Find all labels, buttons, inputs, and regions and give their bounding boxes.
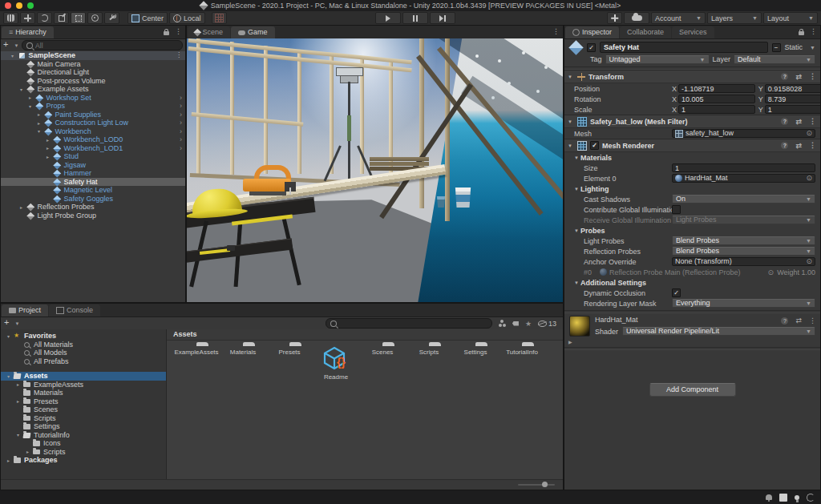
hierarchy-item[interactable]: SampleScene ⋮: [1, 51, 185, 60]
hidden-packages-toggle[interactable]: 13: [538, 320, 556, 328]
anchor-override-field[interactable]: None (Transform)⊙: [672, 257, 815, 266]
project-search[interactable]: [326, 318, 492, 329]
position-y-field[interactable]: 0.9158028: [765, 84, 820, 93]
tab-hierarchy[interactable]: ≡Hierarchy: [2, 26, 54, 38]
hierarchy-search-input[interactable]: [35, 42, 178, 50]
component-menu-icon[interactable]: ⋮: [809, 118, 816, 125]
grid-status-icon[interactable]: [779, 494, 787, 502]
project-tree-item[interactable]: All Models: [1, 349, 166, 357]
expand-arrow-icon[interactable]: [29, 103, 35, 109]
mesh-object-field[interactable]: safety_hat_low⊙: [672, 129, 815, 138]
transform-component-header[interactable]: ▼ Transform ?⇄⋮: [564, 70, 820, 83]
create-object-button[interactable]: + ▼: [3, 40, 18, 50]
rect-tool-button[interactable]: [71, 12, 86, 24]
asset-folder[interactable]: {} Materials: [220, 345, 266, 381]
chevron-down-icon[interactable]: ▼: [810, 45, 815, 50]
additional-settings-foldout[interactable]: ▼Additional Settings: [564, 277, 820, 288]
rotation-y-field[interactable]: 8.739: [765, 95, 820, 103]
static-label[interactable]: Static: [785, 43, 803, 51]
space-toggle-button[interactable]: Local: [169, 12, 205, 24]
hierarchy-item[interactable]: Workbench_LOD0 ⋮: [1, 135, 185, 144]
play-button[interactable]: [375, 12, 401, 24]
project-tree-item[interactable]: Settings: [1, 422, 166, 431]
account-dropdown[interactable]: Account▼: [651, 12, 706, 24]
hierarchy-item[interactable]: Workbench ⋮: [1, 127, 185, 136]
asset-folder[interactable]: {} Scripts: [406, 345, 452, 381]
shader-dropdown[interactable]: Universal Render Pipeline/Lit▼: [622, 327, 815, 336]
project-tree-item[interactable]: Scripts: [1, 448, 166, 457]
rotate-tool-button[interactable]: [37, 12, 52, 24]
project-tree-item[interactable]: Presets: [1, 397, 166, 406]
hierarchy-item[interactable]: Directional Light ⋮: [1, 68, 185, 77]
foldout-arrow-icon[interactable]: ▼: [568, 119, 574, 124]
dynamic-occlusion-checkbox[interactable]: ✓: [672, 288, 681, 297]
cloud-services-button[interactable]: [624, 12, 649, 24]
thumbnail-zoom-slider[interactable]: [518, 484, 555, 486]
panel-menu-icon[interactable]: ⋮: [810, 28, 817, 35]
layer-dropdown[interactable]: Default▼: [734, 55, 815, 64]
search-by-type-icon[interactable]: [499, 320, 506, 327]
hierarchy-item[interactable]: Light Probe Group ⋮: [1, 212, 185, 220]
tab-console[interactable]: Console: [49, 304, 100, 317]
lock-icon[interactable]: [164, 31, 169, 35]
cast-shadows-dropdown[interactable]: On▼: [672, 195, 815, 204]
expand-arrow-icon[interactable]: [11, 53, 18, 58]
expand-arrow-icon[interactable]: [17, 398, 23, 404]
tab-services[interactable]: Services: [672, 26, 714, 38]
project-tree-item[interactable]: Icons: [1, 439, 166, 448]
help-icon[interactable]: ?: [781, 73, 788, 80]
tab-inspector[interactable]: Inspector: [565, 26, 619, 38]
hierarchy-search[interactable]: [22, 40, 183, 50]
notifications-bell-icon[interactable]: [766, 494, 772, 500]
layers-dropdown[interactable]: Layers▼: [707, 12, 762, 24]
hierarchy-item[interactable]: Workbench_LOD1 ⋮: [1, 144, 185, 153]
component-menu-icon[interactable]: ⋮: [809, 73, 816, 80]
panel-menu-icon[interactable]: ⋮: [552, 28, 560, 35]
active-checkbox[interactable]: ✓: [587, 43, 596, 52]
material-menu-icon[interactable]: ⋮: [809, 317, 816, 325]
preview-packages-button[interactable]: [607, 12, 622, 24]
expand-arrow-icon[interactable]: [20, 204, 26, 210]
asset-folder[interactable]: {} Settings: [452, 345, 499, 381]
object-picker-icon[interactable]: ⊙: [806, 129, 812, 138]
expand-arrow-icon[interactable]: [47, 145, 53, 151]
create-asset-button[interactable]: + ▼: [4, 318, 19, 329]
hierarchy-item[interactable]: Main Camera ⋮: [1, 60, 185, 69]
expand-arrow-icon[interactable]: [38, 120, 44, 126]
tab-scene[interactable]: Scene: [188, 26, 230, 38]
project-tree-item[interactable]: Favorites: [1, 332, 166, 341]
scale-tool-button[interactable]: [54, 12, 69, 24]
progress-spinner-icon[interactable]: [807, 494, 815, 502]
expand-arrow-icon[interactable]: [17, 381, 23, 387]
contribute-gi-checkbox[interactable]: [672, 205, 681, 214]
component-menu-icon[interactable]: ⋮: [809, 142, 816, 149]
scale-y-field[interactable]: 1: [765, 105, 820, 114]
hierarchy-item[interactable]: Paint Supplies ⋮: [1, 111, 185, 119]
element0-object-field[interactable]: HardHat_Mat⊙: [672, 174, 815, 183]
hierarchy-item[interactable]: Example Assets ⋮: [1, 85, 185, 94]
help-icon[interactable]: ?: [781, 118, 788, 125]
foldout-arrow-icon[interactable]: ▼: [568, 75, 574, 79]
expand-arrow-icon[interactable]: [38, 111, 44, 117]
asset-folder[interactable]: {} ExampleAssets: [173, 345, 220, 381]
hierarchy-item[interactable]: Props ⋮: [1, 102, 185, 111]
material-header[interactable]: HardHat_Mat Shader Universal Render Pipe…: [564, 313, 820, 339]
project-tree-item[interactable]: Materials: [1, 389, 166, 397]
reflection-probes-dropdown[interactable]: Blend Probes▼: [672, 247, 815, 256]
expand-arrow-icon[interactable]: [20, 87, 26, 92]
materials-foldout[interactable]: ▼Materials: [564, 152, 820, 163]
probes-foldout[interactable]: ▼Probes: [564, 225, 820, 236]
tab-collaborate[interactable]: Collaborate: [620, 26, 671, 38]
component-enabled-checkbox[interactable]: ✓: [590, 141, 599, 150]
project-search-input[interactable]: [339, 320, 487, 328]
move-tool-button[interactable]: [20, 12, 35, 24]
hierarchy-item[interactable]: Magnetic Level ⋮: [1, 186, 185, 195]
help-icon[interactable]: ?: [781, 142, 788, 149]
lighting-foldout[interactable]: ▼Lighting: [564, 183, 820, 194]
tab-game[interactable]: Game: [231, 26, 275, 38]
gameobject-name-field[interactable]: Safety Hat: [600, 42, 768, 53]
hierarchy-item[interactable]: Reflection Probes ⋮: [1, 203, 185, 212]
scale-x-field[interactable]: 1: [678, 105, 755, 114]
presets-icon[interactable]: ⇄: [795, 317, 802, 325]
search-by-label-icon[interactable]: [512, 321, 519, 326]
